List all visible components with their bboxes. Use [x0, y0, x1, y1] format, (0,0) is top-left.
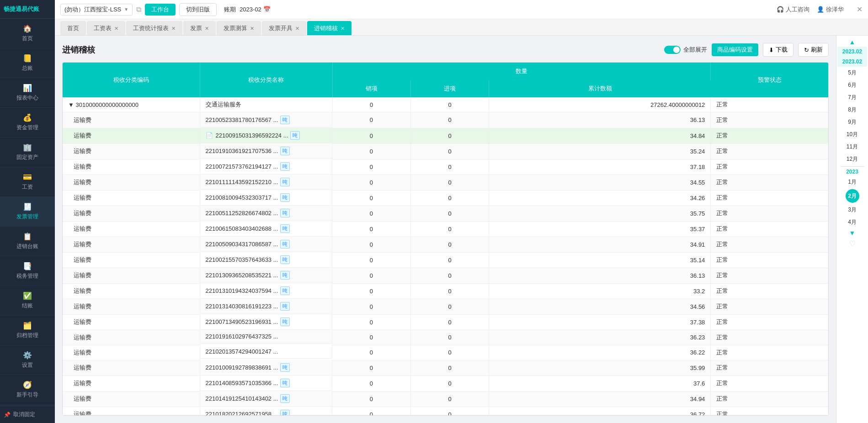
expand-toggle[interactable] — [664, 46, 681, 54]
sidebar-item-invoice[interactable]: 🧾 发票管理 — [0, 197, 55, 227]
cell-sale: 0 — [332, 143, 410, 159]
cell-invoice-no: 22100523381780176567 ...吨 — [200, 112, 333, 128]
tab-发票测算[interactable]: 发票测算✕ — [217, 21, 261, 35]
copy-icon[interactable]: ⧉ — [136, 5, 141, 14]
calendar-favorite-icon[interactable]: ♡ — [849, 238, 856, 250]
unit-tag: 吨 — [280, 394, 290, 403]
company-selector[interactable]: (勿动）江西报宝-LSS ▼ — [60, 4, 133, 16]
cell-sale: 0 — [332, 97, 410, 112]
sidebar-item-report[interactable]: 📊 报表中心 — [0, 78, 55, 108]
workstation-button[interactable]: 工作台 — [145, 4, 176, 16]
sidebar-item-capital[interactable]: 💰 资金管理 — [0, 108, 55, 137]
cell-name: 运输费 — [63, 206, 200, 221]
period-label: 账期 2023-02 📅 — [224, 5, 271, 14]
sidebar-label-archive: 归档管理 — [16, 332, 38, 339]
topbar: (勿动）江西报宝-LSS ▼ ⧉ 工作台 切到旧版 账期 2023-02 📅 🎧… — [55, 0, 868, 19]
unit-tag: 吨 — [280, 193, 290, 202]
unit-tag: 吨 — [280, 224, 290, 233]
tab-发票开具[interactable]: 发票开具✕ — [262, 21, 306, 35]
tab-工资表[interactable]: 工资表✕ — [87, 21, 125, 35]
cell-status: 正常 — [711, 314, 828, 330]
refresh-icon: ↻ — [804, 47, 809, 53]
cell-purchase: 0 — [410, 375, 489, 391]
tab-close-icon[interactable]: ✕ — [250, 26, 254, 32]
cell-cumulative: 36.72 — [489, 407, 711, 416]
table-row: 运输费 📄22100915031396592224 ...吨 0 0 34.84… — [63, 128, 828, 143]
tab-发票[interactable]: 发票✕ — [183, 21, 216, 35]
table-row: 运输费 22101309365208535221 ...吨 0 0 36.13 … — [63, 268, 828, 283]
page-title: 进销稽核 — [62, 44, 95, 55]
switch-version-button[interactable]: 切到旧版 — [179, 3, 217, 16]
calendar-month-2022-7月[interactable]: 7月 — [847, 91, 858, 104]
calendar-month-3[interactable]: 3月 — [837, 204, 867, 216]
cell-name: 运输费 — [63, 375, 200, 391]
download-button[interactable]: ⬇ 下载 — [763, 43, 793, 57]
calendar-month-2022-6月[interactable]: 6月 — [847, 79, 858, 91]
refresh-button[interactable]: ↻ 刷新 — [798, 43, 829, 57]
sidebar-item-archive[interactable]: 🗂️ 归档管理 — [0, 316, 55, 345]
sidebar-logo-text: 畅捷通易代账 — [4, 5, 39, 13]
calendar-icon[interactable]: 📅 — [263, 6, 271, 13]
cell-status: 正常 — [711, 268, 828, 283]
home-icon: 🏠 — [23, 24, 32, 33]
th-sale: 销项 — [332, 80, 410, 97]
close-icon[interactable]: ✕ — [857, 5, 863, 14]
tab-首页[interactable]: 首页 — [60, 21, 86, 35]
sidebar-cancel-pin[interactable]: 📌 取消固定 — [0, 406, 55, 423]
sidebar-item-settings[interactable]: ⚙️ 设置 — [0, 345, 55, 375]
report-icon: 📊 — [23, 84, 32, 92]
sidebar-item-ledger[interactable]: 📒 总账 — [0, 48, 55, 78]
unit-tag: 吨 — [280, 209, 290, 217]
calendar-month-2022-11月[interactable]: 11月 — [847, 141, 858, 153]
service-button[interactable]: 🎧 人工咨询 — [777, 5, 809, 14]
table-row: 运输费 22100721573762194127 ...吨 0 0 37.18 … — [63, 159, 828, 174]
cell-cumulative: 37.18 — [489, 159, 711, 174]
commodity-settings-button[interactable]: 商品编码设置 — [712, 43, 758, 56]
tab-close-icon[interactable]: ✕ — [205, 26, 209, 32]
cell-name: 运输费 — [63, 360, 200, 375]
table-row: 运输费 22101009192789838691 ...吨 0 0 35.99 … — [63, 360, 828, 375]
sidebar-item-salary[interactable]: 💳 工资 — [0, 167, 55, 197]
calendar-month-4[interactable]: 4月 — [837, 216, 867, 228]
sidebar-item-asset[interactable]: 🏢 固定资产 — [0, 137, 55, 167]
sidebar-item-settle[interactable]: ✅ 结账 — [0, 286, 55, 316]
cell-sale: 0 — [332, 206, 410, 221]
calendar-month-2022-10月[interactable]: 10月 — [847, 128, 858, 141]
user-menu[interactable]: 👤 徐泽华 — [817, 5, 844, 14]
cell-invoice-no: 22100615083403402688 ...吨 — [200, 221, 333, 237]
calendar-month-2[interactable]: 2月 — [846, 189, 859, 203]
cell-cumulative: 36.23 — [489, 330, 711, 345]
unit-tag: 吨 — [280, 286, 290, 295]
sidebar-item-home[interactable]: 🏠 首页 — [0, 19, 55, 48]
invoice-icon: 🧾 — [23, 202, 32, 211]
cell-cumulative: 36.13 — [489, 112, 711, 128]
tab-进销稽核[interactable]: 进销稽核✕ — [307, 21, 351, 35]
pin-icon: 📌 — [4, 412, 11, 418]
sidebar-label-invoice: 发票管理 — [16, 213, 38, 221]
calendar-down-button[interactable]: ▼ — [849, 228, 856, 238]
tab-label: 工资表 — [94, 24, 112, 32]
cell-status: 正常 — [711, 345, 828, 360]
tab-close-icon[interactable]: ✕ — [295, 26, 299, 32]
th-tax-code: 税收分类编码 — [63, 63, 200, 97]
th-tax-name: 税收分类名称 — [200, 63, 332, 97]
tab-工资统计报表[interactable]: 工资统计报表✕ — [126, 21, 182, 35]
tab-close-icon[interactable]: ✕ — [341, 26, 345, 32]
sidebar-item-tax[interactable]: 📑 税务管理 — [0, 256, 55, 286]
cell-invoice-no: 22100215570357643633 ...吨 — [200, 252, 333, 268]
calendar-month-2022-5月[interactable]: 5月 — [847, 67, 858, 79]
calendar-month-2022-12月[interactable]: 12月 — [847, 153, 858, 165]
tab-close-icon[interactable]: ✕ — [114, 26, 118, 32]
tab-close-icon[interactable]: ✕ — [171, 26, 176, 32]
table-row: 运输费 22100509034317086587 ...吨 0 0 34.91 … — [63, 237, 828, 252]
calendar-month-2022-8月[interactable]: 8月 — [847, 104, 858, 116]
expand-icon[interactable]: ▼ — [68, 101, 74, 108]
cell-invoice-no: 22102013574294001247 ... — [200, 345, 333, 359]
table-row: 运输费 22100511252826674802 ...吨 0 0 35.75 … — [63, 206, 828, 221]
sidebar-item-purchase[interactable]: 📋 进销台账 — [0, 227, 55, 256]
calendar-up-button[interactable]: ▲ — [849, 37, 856, 47]
calendar-month-2022-9月[interactable]: 9月 — [847, 116, 858, 128]
calendar-month-1[interactable]: 1月 — [837, 176, 867, 188]
page-content: 进销稽核 全部展开 商品编码设置 ⬇ 下载 ↻ 刷新 — [55, 36, 836, 423]
sidebar-item-guide[interactable]: 🧭 新手引导 — [0, 375, 55, 405]
